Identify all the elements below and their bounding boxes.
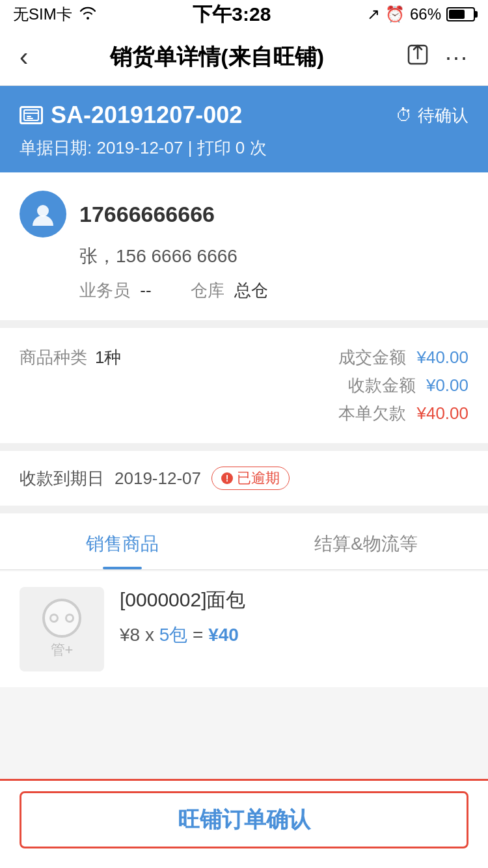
page-title: 销货单详情(来自旺铺) [28,42,406,72]
warning-icon: ! [221,472,233,484]
product-placeholder-icon: 管+ [42,599,81,660]
tab-products[interactable]: 销售商品 [0,513,244,569]
tab-settlement[interactable]: 结算&物流等 [244,513,488,569]
tabs: 销售商品 结算&物流等 [0,513,488,570]
summary-section: 商品种类 1种 成交金额 ¥40.00 收款金额 ¥0.00 本单欠款 ¥40.… [0,328,488,451]
salesperson-info: 业务员 -- [79,279,152,302]
product-details: [0000002]面包 ¥8 x 5包 = ¥40 [120,587,468,647]
status-time: 下午3:28 [193,1,271,28]
battery-percent: 66% [410,5,441,23]
svg-point-2 [37,205,49,217]
customer-name: 张，156 6666 6666 [20,244,468,269]
nav-actions: ··· [406,43,468,72]
order-icon [20,106,43,124]
status-left: 无SIM卡 [13,4,97,25]
product-price: ¥8 x 5包 = ¥40 [120,623,468,647]
order-date: 单据日期: 2019-12-07 | 打印 0 次 [20,137,468,159]
customer-section: 17666666666 张，156 6666 6666 业务员 -- 仓库 总仓 [0,172,488,328]
received-amount: 收款金额 ¥0.00 [348,374,468,397]
customer-row: 17666666666 [20,191,468,237]
carrier-label: 无SIM卡 [13,4,72,25]
share-button[interactable] [406,43,429,72]
confirm-button-wrap: 旺铺订单确认 [0,779,488,868]
order-header: SA-20191207-002 ⏱ 待确认 单据日期: 2019-12-07 |… [0,86,488,172]
due-date: 2019-12-07 [115,468,201,489]
customer-phone: 17666666666 [79,202,215,227]
more-button[interactable]: ··· [445,44,468,71]
order-id: SA-20191207-002 [20,102,242,129]
avatar [20,191,66,237]
product-type: 商品种类 1种 [20,346,121,369]
location-icon: ↗ [367,5,380,23]
due-section: 收款到期日 2019-12-07 ! 已逾期 [0,451,488,513]
customer-meta: 业务员 -- 仓库 总仓 [20,279,468,302]
status-bar: 无SIM卡 下午3:28 ↗ ⏰ 66% [0,0,488,29]
amounts: 成交金额 ¥40.00 收款金额 ¥0.00 本单欠款 ¥40.00 [338,346,468,425]
nav-bar: ‹ 销货单详情(来自旺铺) ··· [0,29,488,86]
due-label: 收款到期日 [20,467,104,490]
confirm-order-button[interactable]: 旺铺订单确认 [20,791,468,848]
warehouse-info: 仓库 总仓 [191,279,268,302]
product-thumbnail: 管+ [20,587,104,671]
order-status: ⏱ 待确认 [396,104,468,127]
status-right: ↗ ⏰ 66% [367,5,475,23]
wifi-icon [79,5,97,23]
product-name: [0000002]面包 [120,587,468,614]
owe-amount: 本单欠款 ¥40.00 [338,402,468,425]
product-section: 管+ [0000002]面包 ¥8 x 5包 = ¥40 [0,571,488,687]
battery-icon [446,7,475,21]
overdue-badge: ! 已逾期 [211,467,290,490]
back-button[interactable]: ‹ [20,42,28,72]
alarm-icon: ⏰ [385,5,405,23]
product-item: 管+ [0000002]面包 ¥8 x 5包 = ¥40 [20,587,468,671]
deal-amount: 成交金额 ¥40.00 [338,346,468,369]
clock-icon: ⏱ [396,105,413,126]
